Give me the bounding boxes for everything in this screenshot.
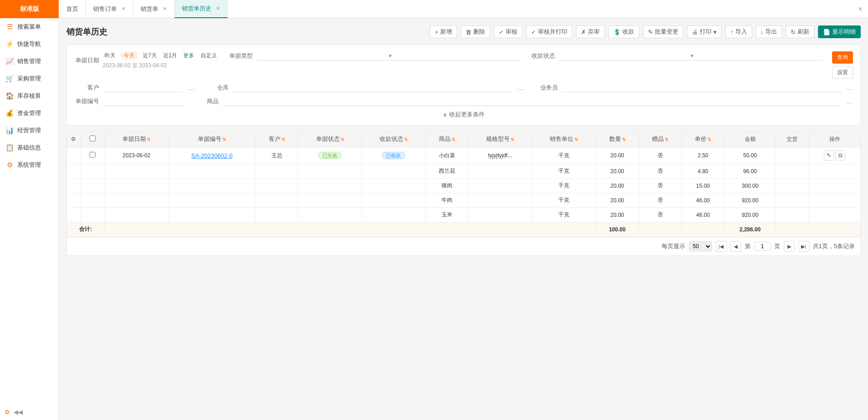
- th-gift[interactable]: 赠品⇅: [639, 131, 682, 147]
- tab-sales-order-close[interactable]: ✕: [121, 6, 125, 12]
- page-number-input[interactable]: [754, 242, 771, 251]
- th-spec[interactable]: 规格型号⇅: [468, 131, 532, 147]
- date-btn-7days[interactable]: 近7天: [141, 51, 159, 60]
- warehouse-more-icon[interactable]: …: [517, 84, 524, 91]
- cell-checkbox[interactable]: [80, 147, 105, 164]
- page-header: 销货单历史 + 新增 🗑 删除 ✓ 审核 ✓ 审核并打印: [66, 25, 861, 38]
- add-button[interactable]: + 新增: [430, 25, 457, 38]
- th-gear[interactable]: ⚙: [67, 131, 80, 147]
- th-goods[interactable]: 商品⇅: [426, 131, 468, 147]
- print-button[interactable]: 🖨 打印 ▾: [687, 25, 722, 38]
- cell-customer: [256, 208, 298, 222]
- cell-doc-no[interactable]: [168, 193, 256, 208]
- tabs-close-all[interactable]: ✕: [853, 6, 868, 12]
- per-page-select[interactable]: 50 100: [689, 241, 712, 251]
- batch-change-label: 批量变更: [655, 28, 678, 36]
- th-doc-status[interactable]: 单据状态⇅: [298, 131, 362, 147]
- th-checkbox[interactable]: [80, 131, 105, 147]
- tab-home[interactable]: 首页: [59, 0, 86, 18]
- batch-change-button[interactable]: ✎ 批量变更: [643, 25, 683, 38]
- cell-doc-no[interactable]: [168, 208, 256, 222]
- pagination-first[interactable]: |◀: [716, 241, 727, 252]
- tab-sales-goods[interactable]: 销货单 ✕: [133, 0, 175, 18]
- collapse-sidebar-icon[interactable]: ◀◀: [14, 409, 23, 415]
- export-button[interactable]: ↓ 导出: [756, 25, 783, 38]
- export-label: 导出: [765, 28, 777, 36]
- doc-no-link[interactable]: SA-20230602-0: [191, 152, 232, 159]
- cell-checkbox[interactable]: [80, 208, 105, 222]
- audit-button[interactable]: ✓ 审核: [494, 25, 522, 38]
- cell-doc-no[interactable]: [168, 179, 256, 193]
- th-unit[interactable]: 销售单位⇅: [532, 131, 596, 147]
- delete-button[interactable]: 🗑 删除: [461, 25, 490, 38]
- receive-button[interactable]: 💲 收款: [608, 25, 639, 38]
- date-btn-1month[interactable]: 近1月: [161, 51, 179, 60]
- th-doc-no[interactable]: 单据编号⇅: [168, 131, 256, 147]
- pagination-prev[interactable]: ◀: [730, 241, 741, 252]
- collapse-button[interactable]: ∧ 收起更多条件: [74, 110, 853, 119]
- cell-unit: 千克: [532, 164, 596, 179]
- goods-more-icon[interactable]: …: [847, 98, 853, 105]
- settings-bottom-icon[interactable]: ⚙: [5, 409, 10, 415]
- sidebar-item-sys-mgmt[interactable]: ⚙ 系统管理: [0, 156, 59, 174]
- refresh-button[interactable]: ↻ 刷新: [786, 25, 814, 38]
- cell-checkbox[interactable]: [80, 179, 105, 193]
- cell-checkbox[interactable]: [80, 164, 105, 179]
- import-button[interactable]: ↑ 导入: [725, 25, 752, 38]
- date-btn-today[interactable]: 今天: [120, 51, 138, 60]
- cell-checkbox[interactable]: [80, 193, 105, 208]
- date-btn-custom[interactable]: 自定义: [199, 51, 219, 60]
- table-row: 猪肉 千克 20.00 否 15.00 300.00: [67, 179, 860, 193]
- sidebar-item-finance[interactable]: 💰 资金管理: [0, 105, 59, 122]
- tab-sales-goods-close[interactable]: ✕: [163, 6, 167, 12]
- tab-sales-order[interactable]: 销售订单 ✕: [86, 0, 133, 18]
- sidebar-item-inventory[interactable]: 🏠 库存核算: [0, 87, 59, 105]
- sidebar-item-quick-nav[interactable]: ⚡ 快捷导航: [0, 35, 59, 53]
- customer-more-icon[interactable]: …: [188, 84, 195, 91]
- doc-type-select[interactable]: ▾: [256, 51, 521, 60]
- sidebar-item-search-menu[interactable]: ☰ 搜索菜单: [0, 18, 59, 35]
- tab-sales-history-label: 销货单历史: [182, 5, 211, 13]
- tab-sales-history-close[interactable]: ✕: [216, 5, 220, 11]
- settings-button[interactable]: 设置: [832, 66, 853, 79]
- th-payment-status[interactable]: 收款状态⇅: [362, 131, 426, 147]
- th-qty[interactable]: 数量⇅: [596, 131, 639, 147]
- th-doc-date[interactable]: 单据日期⇅: [105, 131, 168, 147]
- customer-label: 客户: [74, 84, 99, 92]
- audit-print-button[interactable]: ✓ 审核并打印: [526, 25, 572, 38]
- query-button[interactable]: 查询: [832, 51, 853, 64]
- sidebar-item-ops-mgmt[interactable]: 📊 经营管理: [0, 122, 59, 139]
- tab-sales-history[interactable]: 销货单历史 ✕: [175, 0, 228, 18]
- doc-status-badge: 已生效: [318, 152, 341, 159]
- customer-input[interactable]: [103, 83, 183, 92]
- action-copy-btn[interactable]: ⧉: [835, 150, 845, 160]
- row-checkbox[interactable]: [90, 152, 95, 158]
- th-customer[interactable]: 客户⇅: [256, 131, 298, 147]
- refresh-icon: ↻: [791, 29, 796, 35]
- date-btn-yesterday[interactable]: 昨天: [103, 51, 117, 60]
- docno-input[interactable]: [103, 97, 185, 106]
- date-btn-more[interactable]: 更多: [181, 51, 196, 60]
- action-edit-btn[interactable]: ✎: [824, 150, 834, 160]
- select-all-checkbox[interactable]: [90, 135, 95, 141]
- sidebar-item-sales-mgmt[interactable]: 📈 销售管理: [0, 53, 59, 70]
- cell-goods: 西兰花: [426, 164, 468, 179]
- sidebar-item-basic-info[interactable]: 📋 基础信息: [0, 139, 59, 156]
- pagination-next[interactable]: ▶: [784, 241, 795, 252]
- cell-goods: 牛肉: [426, 193, 468, 208]
- staff-more-icon[interactable]: …: [847, 84, 853, 91]
- abandon-button[interactable]: ✗ 弃审: [576, 25, 605, 38]
- staff-input[interactable]: [562, 83, 841, 92]
- th-price[interactable]: 单价⇅: [682, 131, 724, 147]
- sidebar-item-label: 销售管理: [17, 57, 41, 65]
- cell-doc-no[interactable]: SA-20230602-0: [168, 147, 256, 164]
- sidebar-item-purchase-mgmt[interactable]: 🛒 采购管理: [0, 70, 59, 87]
- show-details-button[interactable]: 📄 显示明细: [818, 25, 861, 38]
- payment-status-select[interactable]: ▾: [559, 51, 823, 60]
- warehouse-input[interactable]: [232, 83, 512, 92]
- pagination-last[interactable]: ▶|: [798, 241, 809, 252]
- goods-input[interactable]: [222, 97, 841, 106]
- finance-icon: 💰: [5, 109, 14, 117]
- cell-doc-no[interactable]: [168, 164, 256, 179]
- th-action: 操作: [809, 131, 860, 147]
